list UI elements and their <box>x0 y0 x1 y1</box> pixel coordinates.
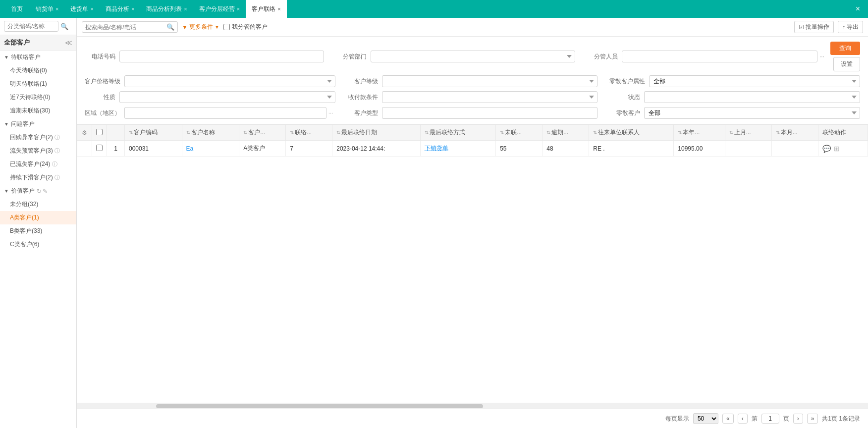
row-checkbox[interactable] <box>96 145 103 151</box>
nav-sales-close[interactable]: × <box>55 6 58 12</box>
batch-action-button[interactable]: ☑ 批量操作 <box>794 21 834 33</box>
search-input[interactable] <box>85 24 164 31</box>
nav-product-analysis-close[interactable]: × <box>131 6 134 12</box>
col-this-month-header[interactable]: 本月... <box>771 125 818 141</box>
my-customer-checkbox[interactable] <box>223 24 230 30</box>
nav-sales[interactable]: 销货单 × <box>30 0 64 18</box>
col-gear: ⚙ <box>77 125 92 141</box>
filter-person-dots[interactable]: ··· <box>817 53 826 60</box>
filter-person-label: 分管人员 <box>587 53 622 61</box>
sidebar-item-overdue[interactable]: 逾期未联络(30) <box>0 104 76 117</box>
chat-icon[interactable]: 💬 <box>822 145 831 153</box>
value-refresh-icon[interactable]: ↻ <box>37 188 42 195</box>
filter-region-dots[interactable]: ··· <box>326 109 335 116</box>
qr-icon[interactable]: ⊞ <box>834 145 840 153</box>
first-page-button[interactable]: « <box>722 414 734 424</box>
sidebar-section-problem[interactable]: ▼ 问题客户 <box>0 117 76 131</box>
filter-status-label: 状态 <box>609 93 644 102</box>
row-gear <box>77 141 92 157</box>
nav-customer-contact-close[interactable]: × <box>277 6 280 12</box>
row-customer-name[interactable]: Ea <box>182 141 239 157</box>
filter-scattered-attr-label: 零散客户属性 <box>609 77 649 86</box>
col-customer-name-header[interactable]: 客户名称 <box>182 125 239 141</box>
sidebar-item-ungrouped[interactable]: 未分组(32) <box>0 198 76 211</box>
col-customer-type-header[interactable]: 客户... <box>239 125 286 141</box>
filter-person-input[interactable] <box>622 51 817 62</box>
sidebar-item-declining[interactable]: 持续下滑客户(2) ⓘ <box>0 171 76 184</box>
scroll-thumb[interactable] <box>156 404 483 408</box>
sidebar-section-value[interactable]: ▼ 价值客户 ↻ ✎ <box>0 184 76 198</box>
close-all-button[interactable]: × <box>852 4 864 13</box>
filter-department-select[interactable] <box>371 51 575 62</box>
col-last-month-header[interactable]: 上月... <box>725 125 771 141</box>
page-size-select[interactable]: 50 100 <box>693 413 718 424</box>
nav-home[interactable]: 首页 <box>4 0 30 18</box>
sidebar-search-icon[interactable]: 🔍 <box>60 23 68 30</box>
filter-status-select[interactable] <box>644 91 860 103</box>
main-layout: 🔍 全部客户 ≪ ▼ 待联络客户 今天待联络(0) 明天待联络(1) 近7天待联… <box>0 18 868 428</box>
col-overdue-header[interactable]: 逾期... <box>542 125 589 141</box>
gear-icon[interactable]: ⚙ <box>82 129 87 136</box>
query-button[interactable]: 查询 <box>830 42 860 55</box>
filter-price-grade-label: 客户价格等级 <box>85 77 124 86</box>
nav-customer-contact[interactable]: 客户联络 × <box>246 0 286 18</box>
settings-button[interactable]: 设置 <box>833 57 860 71</box>
more-filters-button[interactable]: ▼ 更多条件 ▼ <box>182 23 219 31</box>
sidebar-item-type-c[interactable]: C类客户(6) <box>0 238 76 251</box>
sidebar-item-type-a[interactable]: A类客户(1) <box>0 211 76 224</box>
search-icon[interactable]: 🔍 <box>166 23 174 31</box>
col-this-year-header[interactable]: 本年... <box>674 125 725 141</box>
prev-page-button[interactable]: ‹ <box>738 414 748 424</box>
nav-customer-layer-close[interactable]: × <box>237 6 240 12</box>
filter-customer-type-input[interactable] <box>382 107 598 119</box>
value-edit-icon[interactable]: ✎ <box>43 188 48 195</box>
sidebar-search-input[interactable] <box>4 21 58 32</box>
nav-customer-layer[interactable]: 客户分层经营 × <box>193 0 246 18</box>
select-all-checkbox[interactable] <box>96 129 103 135</box>
table-row: 1 000031 Ea A类客户 7 2023-04-12 14:44: 下销货… <box>77 141 868 157</box>
nav-product-analysis[interactable]: 商品分析 × <box>100 0 140 18</box>
col-last-contact-method-header[interactable]: 最后联络方式 <box>420 125 496 141</box>
filter-customer-type-label: 客户类型 <box>347 109 382 117</box>
filter-scattered: 零散客户 全部 <box>609 107 860 119</box>
last-contact-method-link[interactable]: 下销货单 <box>425 145 448 152</box>
filter-nature-select[interactable] <box>119 91 335 103</box>
sidebar-item-churned[interactable]: 已流失客户(24) ⓘ <box>0 158 76 171</box>
sidebar-item-type-b[interactable]: B类客户(33) <box>0 224 76 238</box>
nav-product-analysis-list[interactable]: 商品分析列表 × <box>140 0 193 18</box>
col-not-contacted-header[interactable]: 未联... <box>496 125 542 141</box>
filter-row-1: 电话号码 分管部门 分管人员 ··· 查询 设置 <box>85 42 860 71</box>
last-page-button[interactable]: » <box>807 414 818 424</box>
col-customer-code-header[interactable]: 客户编码 <box>125 125 182 141</box>
nav-product-analysis-list-close[interactable]: × <box>184 6 187 12</box>
filter-region-input[interactable] <box>124 107 326 119</box>
col-contact-count-header[interactable]: 联络... <box>286 125 332 141</box>
filter-price-grade-select[interactable] <box>124 75 335 87</box>
nav-purchase[interactable]: 进货单 × <box>64 0 99 18</box>
filter-phone-input[interactable] <box>119 51 324 62</box>
col-contact-person-header[interactable]: 往来单位联系人 <box>589 125 674 141</box>
filter-scattered-attr-select[interactable]: 全部 <box>649 75 860 87</box>
col-last-contact-date-header[interactable]: 最后联络日期 <box>332 125 420 141</box>
filter-customer-grade-select[interactable] <box>382 75 598 87</box>
nav-sales-label: 销货单 <box>36 5 54 13</box>
sidebar-section-pending[interactable]: ▼ 待联络客户 <box>0 51 76 64</box>
next-page-button[interactable]: › <box>793 414 803 424</box>
filter-customer-grade: 客户等级 <box>347 75 598 87</box>
sidebar-item-repurchase-abnormal[interactable]: 回购异常客户(2) ⓘ <box>0 131 76 144</box>
sidebar-item-week-pending[interactable]: 近7天待联络(0) <box>0 91 76 104</box>
sidebar-item-churn-warning[interactable]: 流失预警客户(3) ⓘ <box>0 144 76 158</box>
page-number-input[interactable] <box>761 414 779 424</box>
export-button[interactable]: ↑ 导出 <box>838 21 863 33</box>
filter-scattered-select[interactable]: 全部 <box>644 107 860 119</box>
row-contact-count: 7 <box>286 141 332 157</box>
sidebar-item-today-pending[interactable]: 今天待联络(0) <box>0 64 76 77</box>
row-customer-code: 000031 <box>125 141 182 157</box>
sidebar-collapse-button[interactable]: ≪ <box>65 39 72 47</box>
horizontal-scrollbar[interactable] <box>77 403 868 409</box>
nav-purchase-close[interactable]: × <box>90 6 93 12</box>
filter-payment-select[interactable] <box>382 91 598 103</box>
sidebar-item-tomorrow-pending[interactable]: 明天待联络(1) <box>0 77 76 91</box>
sidebar-all-customers-label[interactable]: 全部客户 <box>4 38 30 47</box>
row-last-contact-method[interactable]: 下销货单 <box>420 141 496 157</box>
